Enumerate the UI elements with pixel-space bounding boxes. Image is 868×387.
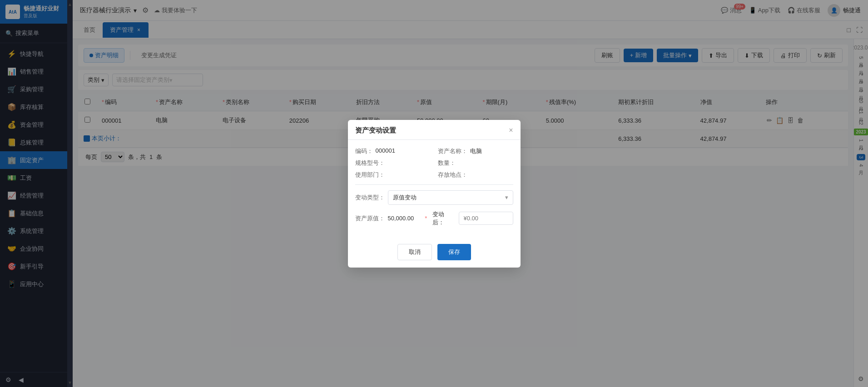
required-star-icon: * bbox=[425, 215, 427, 222]
modal-divider bbox=[355, 184, 513, 185]
modal-change-type-label: 变动类型： bbox=[355, 194, 384, 202]
modal-change-type-value: 原值变动 bbox=[393, 194, 417, 202]
modal-after-input[interactable] bbox=[459, 212, 513, 225]
modal-title: 资产变动设置 bbox=[355, 126, 396, 135]
modal-dept-row: 使用部门： bbox=[355, 171, 431, 179]
modal-after-label: 变动后： bbox=[432, 210, 452, 227]
modal-change-type-select[interactable]: 原值变动 ▾ bbox=[388, 190, 513, 205]
modal-original-value-label: 资产原值： bbox=[355, 214, 384, 223]
save-button[interactable]: 保存 bbox=[437, 244, 471, 260]
modal-body: 编码： 000001 资产名称： 电脑 规格型号： 数量： 使用部门： bbox=[348, 140, 521, 239]
modal-asset-name-row: 资产名称： 电脑 bbox=[438, 147, 513, 155]
modal-close-button[interactable]: × bbox=[509, 126, 513, 134]
modal-quantity-label: 数量： bbox=[438, 159, 456, 167]
modal-header: 资产变动设置 × bbox=[348, 120, 521, 140]
cancel-button[interactable]: 取消 bbox=[397, 244, 432, 260]
modal-dept-label: 使用部门： bbox=[355, 171, 385, 179]
asset-change-modal: 资产变动设置 × 编码： 000001 资产名称： 电脑 规格型号： 数量： bbox=[348, 120, 521, 268]
modal-location-label: 存放地点： bbox=[438, 171, 467, 179]
modal-asset-name-value: 电脑 bbox=[470, 147, 482, 155]
modal-quantity-row: 数量： bbox=[438, 159, 513, 167]
modal-overlay: 资产变动设置 × 编码： 000001 资产名称： 电脑 规格型号： 数量： bbox=[0, 0, 868, 387]
modal-location-row: 存放地点： bbox=[438, 171, 513, 179]
modal-change-type-row: 变动类型： 原值变动 ▾ bbox=[355, 190, 513, 205]
modal-asset-name-label: 资产名称： bbox=[438, 147, 467, 155]
modal-code-label: 编码： bbox=[355, 147, 373, 155]
modal-spec-row: 规格型号： bbox=[355, 159, 431, 167]
modal-original-value-text: 50,000.00 bbox=[388, 215, 414, 222]
modal-change-type-chevron: ▾ bbox=[505, 194, 508, 201]
modal-value-row: 资产原值： 50,000.00 * 变动后： bbox=[355, 210, 513, 227]
modal-spec-label: 规格型号： bbox=[355, 159, 385, 167]
modal-code-value: 000001 bbox=[376, 147, 395, 155]
modal-code-row: 编码： 000001 bbox=[355, 147, 431, 155]
modal-info-grid: 编码： 000001 资产名称： 电脑 规格型号： 数量： 使用部门： bbox=[355, 147, 513, 179]
modal-footer: 取消 保存 bbox=[348, 239, 521, 268]
